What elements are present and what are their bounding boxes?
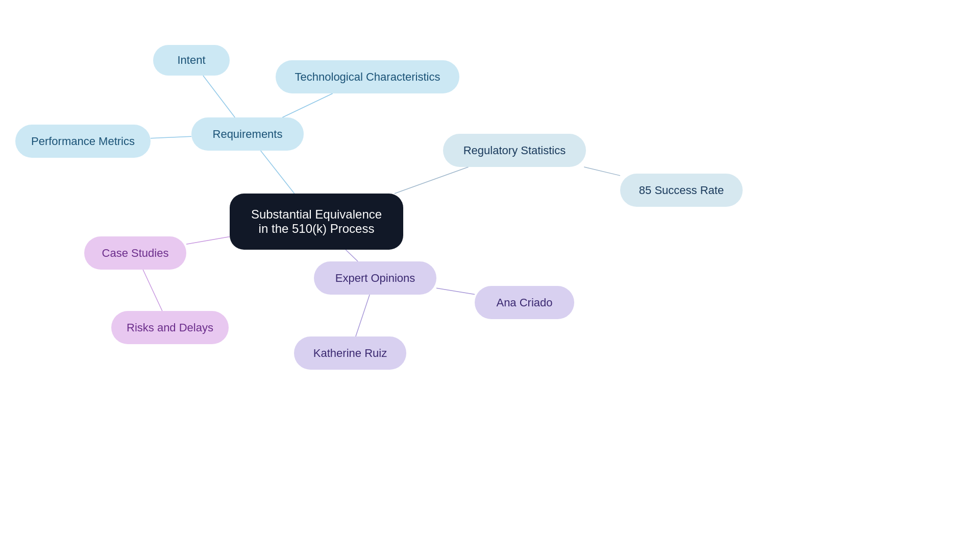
reg-stats-label: Regulatory Statistics [463,144,566,157]
intent-label: Intent [177,54,205,67]
katherine-ruiz-label: Katherine Ruiz [313,347,387,360]
svg-line-4 [395,167,469,194]
intent-node[interactable]: Intent [153,45,230,76]
technological-characteristics-node[interactable]: Technological Characteristics [276,60,459,93]
ana-criado-label: Ana Criado [496,296,552,309]
requirements-node[interactable]: Requirements [191,117,304,151]
case-studies-node[interactable]: Case Studies [84,236,186,270]
performance-metrics-node[interactable]: Performance Metrics [15,125,151,158]
success-rate-label: 85 Success Rate [639,184,724,197]
requirements-label: Requirements [213,128,283,141]
katherine-ruiz-node[interactable]: Katherine Ruiz [294,336,406,370]
svg-line-3 [151,136,191,138]
svg-line-6 [186,236,230,244]
connections-svg [0,0,980,553]
svg-line-0 [261,151,295,194]
svg-line-2 [282,93,333,117]
regulatory-statistics-node[interactable]: Regulatory Statistics [443,134,586,167]
svg-line-1 [203,76,235,117]
perf-metrics-label: Performance Metrics [31,135,135,148]
success-rate-node[interactable]: 85 Success Rate [620,174,743,207]
svg-line-9 [436,288,475,294]
svg-line-10 [356,295,370,336]
risks-delays-label: Risks and Delays [127,321,213,334]
svg-line-8 [346,250,358,261]
tech-char-label: Technological Characteristics [295,70,440,84]
case-studies-label: Case Studies [102,247,169,260]
central-node[interactable]: Substantial Equivalence in the 510(k) Pr… [230,194,403,250]
expert-opinions-label: Expert Opinions [335,272,415,285]
mindmap-container: Substantial Equivalence in the 510(k) Pr… [0,0,980,553]
risks-delays-node[interactable]: Risks and Delays [111,311,229,344]
ana-criado-node[interactable]: Ana Criado [475,286,574,319]
svg-line-7 [143,270,162,311]
svg-line-5 [584,167,620,176]
central-label: Substantial Equivalence in the 510(k) Pr… [250,207,383,236]
expert-opinions-node[interactable]: Expert Opinions [314,261,436,295]
